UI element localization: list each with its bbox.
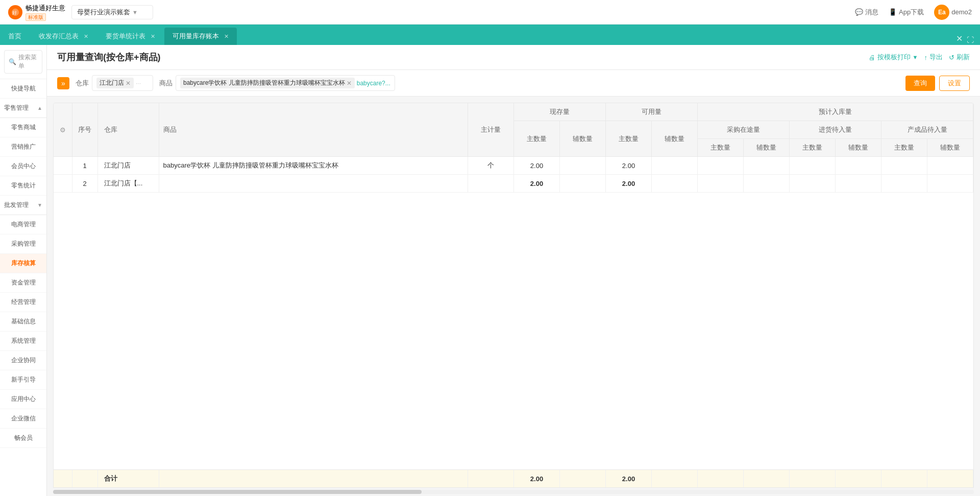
app-download-icon: 📱 <box>889 8 897 16</box>
row2-avail-aux <box>652 175 698 193</box>
main-layout: 🔍 搜索菜单 快捷导航 零售管理 ▲ 零售商城 营销推广 会员中心 零售统计 <box>0 45 980 496</box>
row2-unit <box>468 175 514 193</box>
filter-actions: 查询 设置 <box>905 76 970 91</box>
footer-settings-cell <box>54 470 72 487</box>
row2-avail-main: 2.00 <box>606 175 652 193</box>
footer-finished-aux-cell <box>927 470 973 487</box>
row1-finished-main <box>881 157 927 175</box>
th-available: 可用量 <box>606 103 698 121</box>
horizontal-scrollbar-track[interactable] <box>53 488 974 496</box>
footer-purchase-aux-cell <box>744 470 790 487</box>
sidebar-item-member[interactable]: 会员中心 <box>0 157 46 176</box>
top-bar-left: 好 畅捷通好生意 标准版 母婴行业演示账套 ▼ <box>8 4 153 21</box>
footer-incoming-aux-cell <box>836 470 881 487</box>
footer-product-cell <box>159 470 468 487</box>
product-tag: babycare学饮杯 儿童防摔防撞吸管杯重力球吸嘴杯宝宝水杯 ✕ <box>180 78 355 88</box>
data-table: ⚙ 序号 仓库 商品 主计量 现存量 可用量 预计入库量 主数量 辅数量 主数量 <box>54 103 973 193</box>
footer-avail-aux-cell <box>652 470 698 487</box>
print-chevron-icon: ▼ <box>913 54 918 60</box>
sidebar-item-nav[interactable]: 快捷导航 <box>0 79 46 99</box>
th-warehouse: 仓库 <box>97 103 159 157</box>
sidebar-item-ecommerce[interactable]: 电商管理 <box>0 215 46 234</box>
th-incoming-aux: 辅数量 <box>836 139 881 157</box>
tab-receive[interactable]: 收发存汇总表 ✕ <box>31 28 96 45</box>
footer-incoming-main-cell <box>790 470 836 487</box>
product-more[interactable]: babycare?... <box>357 80 390 87</box>
th-finished-aux: 辅数量 <box>927 139 973 157</box>
sidebar-item-app-center[interactable]: 应用中心 <box>0 390 46 409</box>
row1-incoming-main <box>790 157 836 175</box>
row1-product: babycare学饮杯 儿童防摔防撞吸管杯重力球吸嘴杯宝宝水杯 <box>159 157 468 175</box>
logo-text: 畅捷通好生意 标准版 <box>26 4 65 21</box>
sidebar-item-purchase[interactable]: 采购管理 <box>0 234 46 254</box>
footer-label-cell: 合计 <box>97 470 159 487</box>
sidebar-item-enterprise-wechat[interactable]: 企业微信 <box>0 409 46 429</box>
tab-order-stats[interactable]: 要货单统计表 ✕ <box>97 28 163 45</box>
footer-avail-main-cell: 2.00 <box>606 470 652 487</box>
footer-table: 合计 2.00 2.00 <box>54 470 973 487</box>
sidebar-item-new-guide[interactable]: 新手引导 <box>0 370 46 390</box>
page-header: 可用量查询(按仓库+商品) 🖨 按模板打印 ▼ ↑ 导出 ↺ 刷新 <box>47 45 980 70</box>
footer-stock-aux-cell <box>560 470 606 487</box>
app-download-btn[interactable]: 📱 App下载 <box>889 8 924 17</box>
settings-button[interactable]: 设置 <box>939 76 970 91</box>
sidebar-item-system[interactable]: 系统管理 <box>0 332 46 351</box>
expand-btn[interactable]: ⛶ <box>967 36 974 44</box>
warehouse-tag-close[interactable]: ✕ <box>126 80 131 87</box>
footer-no-cell <box>72 470 97 487</box>
sidebar-item-enterprise-collab[interactable]: 企业协同 <box>0 351 46 370</box>
footer-finished-main-cell <box>881 470 927 487</box>
sidebar-item-membership[interactable]: 畅会员 <box>0 429 46 448</box>
chevron-down-icon: ▼ <box>37 202 42 208</box>
sidebar-item-wholesale-mgmt[interactable]: 批发管理 ▼ <box>0 196 46 215</box>
product-input[interactable]: babycare学饮杯 儿童防摔防撞吸管杯重力球吸嘴杯宝宝水杯 ✕ babyca… <box>176 75 395 91</box>
close-all-tabs-btn[interactable]: ✕ <box>956 35 963 45</box>
filter-toggle-button[interactable]: » <box>57 77 69 89</box>
page-title: 可用量查询(按仓库+商品) <box>57 51 161 63</box>
warehouse-input[interactable]: 江北门店 ✕ ··· <box>92 75 153 91</box>
row1-settings <box>54 157 72 175</box>
tab-home[interactable]: 首页 <box>0 28 30 45</box>
company-select[interactable]: 母婴行业演示账套 ▼ <box>71 5 153 19</box>
sidebar-search-button[interactable]: 🔍 搜索菜单 <box>4 50 42 74</box>
sidebar-item-marketing[interactable]: 营销推广 <box>0 137 46 157</box>
top-bar-right: 💬 消息 📱 App下载 Ea demo2 <box>855 5 972 20</box>
user-avatar[interactable]: Ea demo2 <box>934 5 972 20</box>
th-stock-main: 主数量 <box>514 121 560 157</box>
table-row: 1 江北门店 babycare学饮杯 儿童防摔防撞吸管杯重力球吸嘴杯宝宝水杯 个… <box>54 157 973 175</box>
horizontal-scrollbar-thumb[interactable] <box>53 490 422 494</box>
message-btn[interactable]: 💬 消息 <box>855 8 878 17</box>
query-button[interactable]: 查询 <box>905 76 935 91</box>
tab-order-stats-close[interactable]: ✕ <box>151 33 155 40</box>
th-purchase-aux: 辅数量 <box>744 139 790 157</box>
th-avail-main: 主数量 <box>606 121 652 157</box>
sidebar-item-inventory[interactable]: 库存核算 <box>0 254 46 273</box>
top-bar: 好 畅捷通好生意 标准版 母婴行业演示账套 ▼ 💬 消息 📱 App下载 Ea … <box>0 0 980 25</box>
row2-warehouse: 江北门店【... <box>97 175 159 193</box>
table-row: 2 江北门店【... 2.00 2.00 <box>54 175 973 193</box>
sidebar-item-retail-mall[interactable]: 零售商城 <box>0 118 46 137</box>
chevron-down-icon: ▼ <box>132 9 138 15</box>
product-tag-close[interactable]: ✕ <box>347 80 352 87</box>
row1-purchase-aux <box>744 157 790 175</box>
column-settings-icon[interactable]: ⚙ <box>60 126 66 134</box>
export-btn[interactable]: ↑ 导出 <box>924 53 943 62</box>
tab-receive-close[interactable]: ✕ <box>84 33 88 40</box>
row2-settings <box>54 175 72 193</box>
th-current-stock: 现存量 <box>514 103 606 121</box>
sidebar-item-retail-mgmt[interactable]: 零售管理 ▲ <box>0 99 46 118</box>
sidebar-item-basic-info[interactable]: 基础信息 <box>0 312 46 332</box>
filter-bar: » 仓库 江北门店 ✕ ··· 商品 babycare学饮杯 儿童防摔防撞吸管杯… <box>47 70 980 97</box>
row2-no: 2 <box>72 175 97 193</box>
sidebar-search-area: 🔍 搜索菜单 <box>0 45 46 79</box>
sidebar-item-retail-stats[interactable]: 零售统计 <box>0 176 46 196</box>
row2-incoming-aux <box>836 175 881 193</box>
row1-avail-main: 2.00 <box>606 157 652 175</box>
sidebar-item-finance[interactable]: 资金管理 <box>0 273 46 293</box>
sidebar-item-operations[interactable]: 经营管理 <box>0 293 46 312</box>
th-purchase-transit: 采购在途量 <box>698 121 790 139</box>
tab-available-stock-close[interactable]: ✕ <box>224 33 229 40</box>
refresh-btn[interactable]: ↺ 刷新 <box>949 53 970 62</box>
print-btn[interactable]: 🖨 按模板打印 ▼ <box>869 53 918 62</box>
tab-available-stock[interactable]: 可用量库存账本 ✕ <box>164 28 237 45</box>
